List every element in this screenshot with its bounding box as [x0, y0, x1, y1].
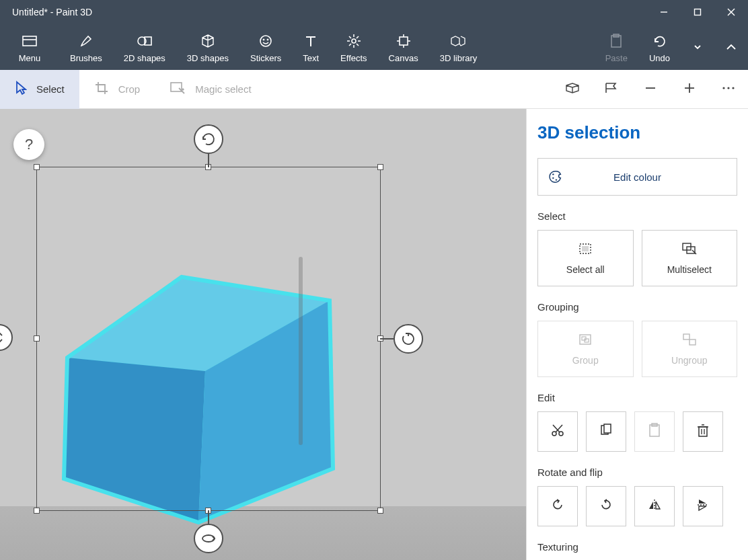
svg-point-9	[263, 39, 264, 40]
copy-button[interactable]	[586, 411, 626, 452]
select-tool-button[interactable]: Select	[0, 70, 79, 109]
group-button: Group	[537, 321, 634, 377]
edit-section-label: Edit	[537, 392, 737, 403]
paste-tile-icon	[648, 423, 661, 440]
3d-view-icon	[564, 81, 581, 97]
help-button[interactable]: ?	[13, 129, 44, 160]
sub-toolbar: Select Crop Magic select	[0, 70, 748, 109]
svg-point-11	[352, 39, 356, 43]
rotate-ccw-button[interactable]	[537, 486, 578, 526]
resize-handle-se[interactable]	[377, 508, 383, 514]
rotate-cw-button[interactable]	[586, 486, 626, 526]
plus-icon	[683, 81, 696, 97]
delete-button[interactable]	[683, 411, 723, 452]
collapse-panel-button[interactable]	[714, 24, 748, 70]
flip-h-icon	[647, 497, 662, 515]
select-all-icon	[578, 242, 593, 257]
undo-button[interactable]: Undo	[638, 24, 681, 70]
canvas-button[interactable]: Canvas	[378, 24, 429, 70]
svg-line-16	[349, 36, 351, 38]
zoom-out-button[interactable]	[631, 70, 670, 109]
cursor-icon	[15, 81, 27, 97]
trash-icon	[696, 423, 710, 440]
copy-icon	[599, 423, 613, 440]
rotate-y-handle[interactable]	[394, 324, 423, 354]
flip-vertical-button[interactable]	[683, 486, 723, 526]
menu-button[interactable]: Menu	[0, 24, 59, 70]
resize-handle-w[interactable]	[34, 335, 40, 342]
svg-point-33	[732, 87, 734, 89]
canvas-area[interactable]: ?	[0, 109, 526, 560]
magic-select-icon	[170, 81, 186, 97]
flip-v-icon	[696, 497, 710, 515]
svg-line-19	[349, 44, 351, 46]
minus-icon	[644, 81, 657, 97]
cut-button[interactable]	[537, 411, 578, 452]
multiselect-icon	[681, 242, 698, 257]
mixed-reality-button[interactable]	[592, 70, 631, 109]
select-section-label: Select	[537, 210, 737, 222]
canvas-scrollbar[interactable]	[299, 257, 303, 445]
3d-view-button[interactable]	[553, 70, 592, 109]
resize-handle-sw[interactable]	[34, 508, 40, 514]
svg-rect-51	[689, 339, 696, 345]
svg-rect-57	[604, 424, 611, 433]
crop-tool-button: Crop	[79, 70, 155, 109]
minimize-button[interactable]	[647, 0, 681, 24]
multiselect-button[interactable]: Multiselect	[642, 230, 738, 286]
svg-point-39	[202, 535, 215, 542]
svg-point-40	[552, 173, 554, 175]
svg-rect-1	[695, 9, 701, 15]
palette-icon	[538, 169, 573, 184]
scissors-icon	[550, 423, 565, 440]
rotate-cw-icon	[599, 497, 613, 515]
svg-point-32	[727, 87, 729, 89]
3d-shapes-button[interactable]: 3D shapes	[176, 24, 239, 70]
undo-icon	[652, 32, 667, 50]
more-options-button[interactable]	[709, 70, 748, 109]
close-button[interactable]	[714, 0, 748, 24]
resize-handle-ne[interactable]	[377, 164, 383, 170]
select-all-button[interactable]: Select all	[537, 230, 634, 286]
svg-point-8	[260, 36, 271, 46]
flip-horizontal-button[interactable]	[634, 486, 675, 526]
ungroup-button: Ungroup	[642, 321, 738, 377]
zoom-in-button[interactable]	[670, 70, 709, 109]
svg-line-18	[357, 36, 359, 38]
edit-colour-button[interactable]: Edit colour	[537, 158, 737, 196]
svg-rect-50	[683, 334, 689, 339]
2d-shapes-button[interactable]: 2D shapes	[113, 24, 176, 70]
top-toolbar: Menu Brushes 2D shapes 3D shapes Sticker…	[0, 24, 748, 70]
window-controls	[647, 0, 748, 24]
more-icon	[721, 81, 736, 97]
svg-rect-4	[23, 36, 36, 46]
svg-line-17	[357, 44, 359, 46]
paste-button: Paste	[595, 24, 638, 70]
crop-icon	[94, 81, 109, 97]
selection-bounding-box[interactable]	[36, 167, 381, 511]
effects-button[interactable]: Effects	[330, 24, 378, 70]
brushes-button[interactable]: Brushes	[59, 24, 113, 70]
ungroup-icon	[682, 333, 697, 348]
maximize-button[interactable]	[681, 0, 714, 24]
svg-rect-44	[582, 246, 589, 251]
3d-library-button[interactable]: 3D library	[429, 24, 488, 70]
svg-rect-20	[400, 37, 408, 45]
history-dropdown-button[interactable]	[681, 24, 714, 70]
resize-handle-nw[interactable]	[34, 164, 40, 170]
text-button[interactable]: Text	[292, 24, 330, 70]
stickers-button[interactable]: Stickers	[239, 24, 292, 70]
3d-shapes-icon	[200, 32, 215, 50]
rotate-x-handle[interactable]	[194, 124, 223, 154]
svg-point-41	[552, 177, 554, 179]
text-icon	[304, 32, 317, 50]
texturing-section-label: Texturing	[537, 541, 737, 553]
2d-shapes-icon	[137, 32, 153, 50]
menu-icon	[22, 32, 38, 50]
rotate-z-handle[interactable]	[194, 524, 223, 553]
properties-panel: 3D selection Edit colour Select Select a…	[526, 109, 748, 560]
rotate-ccw-icon	[550, 497, 565, 515]
flag-icon	[604, 81, 619, 97]
panel-title: 3D selection	[537, 122, 737, 143]
stickers-icon	[258, 32, 273, 50]
